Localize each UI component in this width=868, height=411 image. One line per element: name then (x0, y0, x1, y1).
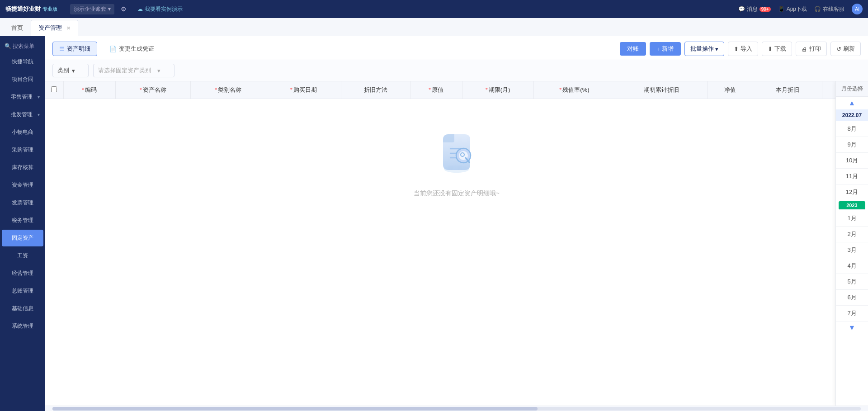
sidebar: 🔍 搜索菜单 快捷导航 项目合同 零售管理 ▾ 批发管理 ▾ 小畅电商 采购管理… (0, 36, 45, 411)
company-name: 演示企业账套 (74, 5, 106, 13)
month-item-10[interactable]: 10月 (836, 153, 868, 169)
sidebar-item-retail-management[interactable]: 零售管理 ▾ (2, 89, 43, 105)
tab-asset-management[interactable]: 资产管理 ✕ (31, 20, 78, 36)
sidebar-item-quick-nav[interactable]: 快捷导航 (2, 53, 43, 70)
current-year-month-label: 2022.07 (836, 109, 868, 121)
batch-label: 批量操作 (690, 45, 714, 53)
month-item-12[interactable]: 12月 (836, 184, 868, 200)
refresh-icon: ↺ (836, 46, 841, 52)
company-selector[interactable]: 演示企业账套 ▾ (70, 4, 114, 14)
sidebar-item-invoice[interactable]: 发票管理 (2, 194, 43, 211)
sidebar-item-tax[interactable]: 税务管理 (2, 212, 43, 229)
table-header-checkbox (45, 81, 63, 99)
download-icon: ⬇ (768, 46, 773, 52)
tab-home[interactable]: 首页 (4, 20, 31, 36)
table-header-current-month-depreciation: 本月折旧 (753, 81, 822, 99)
sidebar-search-label: 搜索菜单 (13, 43, 34, 49)
tab-asset-detail[interactable]: ☰ 资产明细 (52, 42, 97, 56)
sidebar-item-general-ledger[interactable]: 总账管理 (2, 283, 43, 299)
duizhang-button[interactable]: 对账 (620, 42, 646, 56)
assets-table: *编码 *资产名称 *类别名称 *购买日期 折旧方法 *原值 *期限(月) *残… (45, 81, 868, 225)
table-header-depreciation-method: 折旧方法 (341, 81, 410, 99)
month-item-8[interactable]: 8月 (836, 121, 868, 137)
month-nav-down-button[interactable]: ▼ (836, 321, 868, 334)
nav-tabs: 首页 资产管理 ✕ (0, 18, 868, 36)
sidebar-item-wholesale-management[interactable]: 批发管理 ▾ (2, 106, 43, 123)
table-header-net-value: 净值 (708, 81, 753, 99)
sidebar-item-payroll[interactable]: 工资 (2, 247, 43, 264)
table-header-category-name: *类别名称 (191, 81, 266, 99)
demo-link[interactable]: ☁ 我要看实例演示 (137, 5, 183, 13)
download-button[interactable]: ⬇ 下载 (762, 42, 792, 56)
app-title: 畅捷通好业财 (5, 5, 41, 13)
settings-icon[interactable]: ⚙ (121, 5, 127, 13)
category-filter-input[interactable]: 请选择固定资产类别 ▾ (93, 64, 175, 77)
category-filter-type[interactable]: 类别 ▾ (52, 64, 89, 77)
user-avatar[interactable]: Ai (852, 4, 863, 14)
tab-close-icon[interactable]: ✕ (66, 25, 71, 31)
sidebar-quick-nav-label: 快捷导航 (5, 58, 40, 66)
content-toolbar: ☰ 资产明细 📄 变更生成凭证 对账 + 新增 批量操作 ▾ ⬆ 导 (45, 36, 868, 60)
empty-text: 当前您还没有固定资产明细哦~ (414, 189, 500, 198)
month-item-5[interactable]: 5月 (836, 274, 868, 290)
month-item-7-2023[interactable]: 7月 (836, 306, 868, 321)
month-item-2[interactable]: 2月 (836, 227, 868, 242)
filter-bar: 类别 ▾ 请选择固定资产类别 ▾ (45, 60, 868, 81)
month-item-1[interactable]: 1月 (836, 211, 868, 227)
sidebar-item-small-ecommerce[interactable]: 小畅电商 (2, 124, 43, 141)
tab-change-voucher-label: 变更生成凭证 (119, 45, 154, 53)
table-header-residual-rate: *残值率(%) (533, 81, 615, 99)
sidebar-item-project-contract[interactable]: 项目合同 (2, 71, 43, 88)
refresh-button[interactable]: ↺ 刷新 (830, 42, 861, 56)
sidebar-item-system[interactable]: 系统管理 (2, 318, 43, 335)
tab-home-label: 首页 (11, 24, 23, 31)
month-item-3[interactable]: 3月 (836, 242, 868, 258)
sidebar-item-procurement[interactable]: 采购管理 (2, 142, 43, 158)
message-badge: 99+ (760, 7, 771, 12)
bottom-scrollbar[interactable] (45, 406, 868, 411)
chevron-icon: ▾ (38, 94, 40, 99)
empty-state: 当前您还没有固定资产明细哦~ (45, 99, 868, 225)
app-download-button[interactable]: 📱 App下载 (778, 5, 807, 13)
message-button[interactable]: 💬 消息 99+ (738, 5, 771, 13)
tab-asset-detail-label: 资产明细 (67, 45, 90, 53)
category-placeholder: 请选择固定资产类别 (98, 66, 151, 75)
table-header-row: *编码 *资产名称 *类别名称 *购买日期 折旧方法 *原值 *期限(月) *残… (45, 81, 868, 99)
chevron-down-icon: ▾ (715, 46, 718, 52)
import-button[interactable]: ⬆ 导入 (728, 42, 758, 56)
content-area: ☰ 资产明细 📄 变更生成凭证 对账 + 新增 批量操作 ▾ ⬆ 导 (45, 36, 868, 411)
month-nav-up-button[interactable]: ▲ (836, 97, 868, 109)
sidebar-item-fund[interactable]: 资金管理 (2, 177, 43, 194)
customer-service-button[interactable]: 🎧 在线客服 (814, 5, 844, 13)
chevron-down-icon: ▾ (108, 6, 111, 12)
doc-icon: 📄 (109, 46, 117, 52)
sidebar-item-basic-info[interactable]: 基础信息 (2, 300, 43, 317)
add-button[interactable]: + 新增 (650, 42, 681, 56)
scroll-thumb[interactable] (52, 407, 538, 411)
sidebar-item-inventory[interactable]: 库存核算 (2, 159, 43, 176)
sidebar-item-fixed-assets[interactable]: 固定资产 (2, 230, 43, 246)
mobile-icon: 📱 (778, 6, 785, 12)
table-header-asset-name: *资产名称 (115, 81, 191, 99)
sidebar-search[interactable]: 🔍 搜索菜单 (0, 40, 45, 53)
month-item-9[interactable]: 9月 (836, 137, 868, 153)
batch-operations-button[interactable]: 批量操作 ▾ (684, 42, 724, 56)
sidebar-item-operations[interactable]: 经营管理 (2, 265, 43, 282)
month-selector-panel: 月份选择 ▲ 2022.07 8月 9月 10月 11月 12月 2023 1月… (835, 81, 868, 406)
tab-change-voucher[interactable]: 📄 变更生成凭证 (103, 42, 161, 56)
app-subtitle: 专业版 (42, 6, 57, 13)
list-icon: ☰ (59, 46, 65, 52)
cloud-icon: ☁ (137, 6, 143, 12)
select-all-checkbox[interactable] (51, 86, 57, 92)
tab-asset-management-label: 资产管理 (38, 24, 62, 31)
main-layout: 🔍 搜索菜单 快捷导航 项目合同 零售管理 ▾ 批发管理 ▾ 小畅电商 采购管理… (0, 36, 868, 411)
chevron-icon: ▾ (38, 112, 40, 117)
month-item-4[interactable]: 4月 (836, 258, 868, 274)
month-item-11[interactable]: 11月 (836, 169, 868, 184)
print-button[interactable]: 🖨 打印 (796, 42, 827, 56)
month-item-6[interactable]: 6月 (836, 290, 868, 306)
print-icon: 🖨 (802, 46, 807, 52)
import-icon: ⬆ (734, 46, 739, 52)
table-and-month-panel: *编码 *资产名称 *类别名称 *购买日期 折旧方法 *原值 *期限(月) *残… (45, 81, 868, 406)
top-bar-right: 💬 消息 99+ 📱 App下载 🎧 在线客服 Ai (738, 4, 863, 14)
